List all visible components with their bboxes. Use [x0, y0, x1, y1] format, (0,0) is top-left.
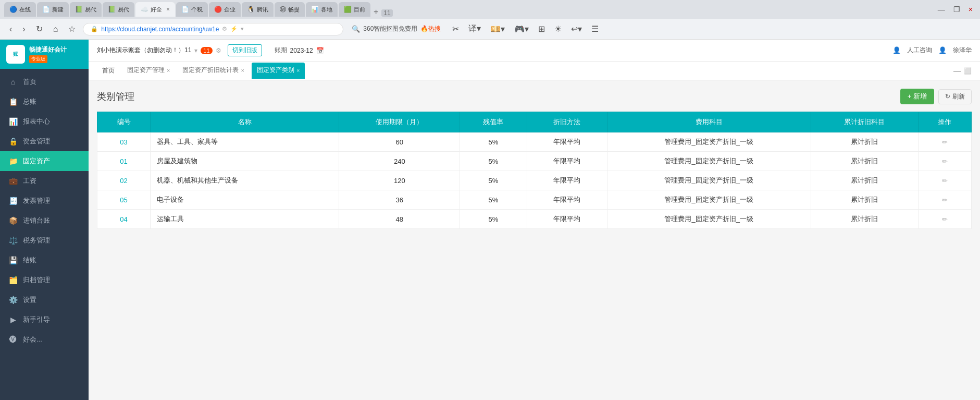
calendar-icon[interactable]: 📅 [316, 47, 324, 54]
row3-accumulated: 累计折旧 [811, 190, 918, 210]
row4-accumulated: 累计折旧 [811, 210, 918, 229]
row0-method: 年限平均 [527, 132, 607, 152]
row3-edit-icon[interactable]: ✏ [942, 196, 948, 204]
sidebar-label-funds: 资金管理 [23, 137, 50, 146]
browser-tab-5[interactable]: ☁️ 好全 × [135, 2, 175, 17]
game-button[interactable]: 🎮▾ [511, 23, 532, 35]
browser-tab-7[interactable]: 🔴 企业 [209, 2, 241, 17]
sidebar-item-inventory[interactable]: 📦 进销台账 [0, 211, 89, 231]
row4-code[interactable]: 04 [97, 210, 151, 229]
row1-period: 240 [339, 152, 460, 171]
sidebar-item-invoice[interactable]: 🧾 发票管理 [0, 191, 89, 211]
dropdown-arrow[interactable]: ▾ [194, 47, 197, 54]
brightness-button[interactable]: ☀ [551, 23, 565, 35]
tab-close-category[interactable]: × [296, 67, 300, 74]
row1-method: 年限平均 [527, 152, 607, 171]
page-tab-depreciation[interactable]: 固定资产折旧统计表 × [177, 63, 249, 79]
row0-code[interactable]: 03 [97, 132, 151, 152]
browser-tab-9[interactable]: Ⓜ 畅提 [275, 2, 305, 17]
tab-minimize-icon[interactable]: — [953, 67, 961, 75]
tab-window-controls: — ⬜ [953, 67, 972, 75]
row2-code[interactable]: 02 [97, 171, 151, 190]
home-icon: ⌂ [8, 78, 18, 86]
browser-tab-11[interactable]: 🟩 目前 [339, 2, 370, 17]
sidebar-item-closing[interactable]: 💾 结账 [0, 250, 89, 270]
switch-version-button[interactable]: 切到旧版 [228, 44, 262, 56]
new-tab-button[interactable]: + [371, 7, 380, 17]
tab-close-depreciation[interactable]: × [241, 67, 244, 74]
funds-icon: 🔒 [8, 137, 18, 146]
inventory-icon: 📦 [8, 216, 18, 225]
notification-badge: 11 [201, 47, 212, 54]
row1-edit-icon[interactable]: ✏ [942, 157, 948, 165]
url-bar[interactable]: 🔒 https://cloud.chanjet.com/accounting/u… [83, 23, 343, 35]
user-avatar-icon: 👤 [938, 46, 947, 54]
tab-close-fixed-mgmt[interactable]: × [167, 67, 170, 74]
sidebar-item-ledger[interactable]: 📋 总账 [0, 92, 89, 112]
forward-button[interactable]: › [19, 23, 28, 35]
logo-badge: 专业版 [29, 55, 47, 63]
page-tab-home[interactable]: 首页 [97, 63, 120, 78]
browser-tab-10[interactable]: 📊 各地 [306, 2, 338, 17]
row3-period: 36 [339, 190, 460, 210]
sidebar-item-more[interactable]: 🅥 好会... [0, 330, 89, 349]
row3-code[interactable]: 05 [97, 190, 151, 210]
tab-expand-icon[interactable]: ⬜ [964, 67, 972, 75]
col-header-period: 使用期限（月） [339, 112, 460, 132]
row0-residual: 5% [460, 132, 527, 152]
url-text: https://cloud.chanjet.com/accounting/uw1… [101, 26, 219, 33]
browser-tab-8[interactable]: 🐧 腾讯 [242, 2, 274, 17]
address-bar: ‹ › ↻ ⌂ ☆ 🔒 https://cloud.chanjet.com/ac… [0, 19, 980, 40]
refresh-button[interactable]: ↻ 刷新 [938, 89, 972, 104]
currency-button[interactable]: 💴▾ [487, 23, 508, 35]
sidebar-item-archive[interactable]: 🗂️ 归档管理 [0, 270, 89, 290]
add-button[interactable]: + 新增 [900, 89, 934, 104]
page-tab-fixed-assets-management[interactable]: 固定资产管理 × [122, 63, 175, 79]
close-button[interactable]: × [965, 4, 976, 15]
tab-close-5[interactable]: × [166, 6, 170, 13]
browser-tab-1[interactable]: 🔵 在线 [4, 2, 36, 17]
ai-consult-label[interactable]: 人工咨询 [907, 46, 932, 55]
row1-code[interactable]: 01 [97, 152, 151, 171]
sidebar-item-payroll[interactable]: 💼 工资 [0, 171, 89, 191]
scissors-button[interactable]: ✂ [449, 23, 462, 35]
browser-tab-4[interactable]: 📗 易代 [103, 2, 134, 17]
settings-gear-icon[interactable]: ⚙ [216, 47, 221, 54]
sidebar-item-settings[interactable]: ⚙️ 设置 [0, 290, 89, 310]
invoice-icon: 🧾 [8, 197, 18, 205]
translate-button[interactable]: 译▾ [465, 22, 484, 35]
minimize-button[interactable]: — [935, 4, 948, 15]
tax-icon: ⚖️ [8, 236, 18, 245]
browser-tab-6[interactable]: 📄 个税 [176, 2, 208, 17]
sidebar-item-home[interactable]: ⌂ 首页 [0, 72, 89, 92]
row4-method: 年限平均 [527, 210, 607, 229]
col-header-action: 操作 [918, 112, 971, 132]
restore-button[interactable]: ❐ [950, 4, 963, 15]
content-actions: + 新增 ↻ 刷新 [900, 89, 972, 104]
back-button[interactable]: ‹ [6, 23, 15, 35]
page-tab-category[interactable]: 固定资产类别 × [252, 63, 305, 79]
sidebar-item-tax[interactable]: ⚖️ 税务管理 [0, 231, 89, 250]
browser-tab-2[interactable]: 📄 新建 [37, 2, 69, 17]
data-table: 编号 名称 使用期限（月） 残值率 折旧方法 费用科目 累计折旧科目 操作 03 [97, 112, 972, 229]
sidebar-item-fixed-assets[interactable]: 📁 固定资产 [0, 151, 89, 171]
sidebar-logo: 账 畅捷通好会计 专业版 [0, 40, 89, 69]
undo-button[interactable]: ↩▾ [568, 23, 585, 35]
row0-edit-icon[interactable]: ✏ [942, 138, 948, 146]
ledger-icon: 📋 [8, 98, 18, 106]
sidebar-item-funds[interactable]: 🔒 资金管理 [0, 131, 89, 151]
right-panel: 刘小艳演示账套（勿删勿动！）11 ▾ 11 ⚙ 切到旧版 账期 2023-12 … [89, 40, 980, 400]
row4-edit-icon[interactable]: ✏ [942, 215, 948, 223]
table-row: 01 房屋及建筑物 240 5% 年限平均 管理费用_固定资产折旧_一级 累计折… [97, 152, 972, 171]
row2-edit-icon[interactable]: ✏ [942, 177, 948, 185]
reload-button[interactable]: ↻ [33, 23, 46, 35]
sidebar-item-guide[interactable]: ▶ 新手引导 [0, 310, 89, 330]
content-header: 类别管理 + 新增 ↻ 刷新 [97, 89, 972, 104]
browser-tab-3[interactable]: 📗 易代 [70, 2, 102, 17]
table-header: 编号 名称 使用期限（月） 残值率 折旧方法 费用科目 累计折旧科目 操作 [97, 112, 972, 132]
home-button[interactable]: ⌂ [50, 23, 61, 35]
menu-button[interactable]: ☰ [588, 23, 602, 35]
grid-button[interactable]: ⊞ [535, 23, 548, 35]
bookmark-button[interactable]: ☆ [65, 23, 79, 35]
sidebar-item-reports[interactable]: 📊 报表中心 [0, 112, 89, 131]
